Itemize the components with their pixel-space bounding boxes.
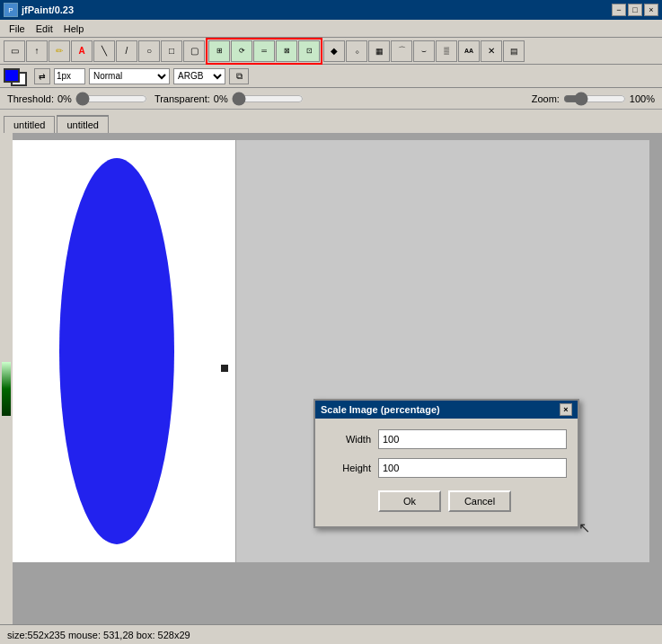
height-row: Height	[326, 458, 567, 478]
transparent-slider[interactable]	[232, 92, 304, 106]
zoom-group: Zoom: 100%	[532, 92, 655, 106]
blend-mode-select[interactable]: Normal Multiply Screen Overlay	[89, 68, 170, 84]
tool-rect-select[interactable]: ▭	[4, 40, 25, 62]
foreground-swatch[interactable]	[4, 68, 20, 83]
menu-file[interactable]: File	[4, 22, 31, 36]
main-canvas[interactable]	[13, 140, 235, 562]
color-strip	[2, 362, 11, 416]
menu-edit[interactable]: Edit	[31, 22, 58, 36]
blue-ellipse-shape	[59, 158, 174, 544]
dialog-title-text: Scale Image (percentage)	[321, 404, 440, 415]
tabs-bar: untitled untitled	[0, 110, 662, 133]
tool-h1[interactable]: ⊞	[208, 40, 230, 62]
copy-color-button[interactable]: ⧉	[229, 68, 249, 84]
height-label: Height	[326, 463, 371, 473]
transparent-label: Transparent:	[154, 93, 210, 104]
tool-h2[interactable]: ⟳	[231, 40, 252, 62]
tool-rectangle[interactable]: □	[161, 40, 182, 62]
tab-0[interactable]: untitled	[4, 116, 55, 133]
tool-dropper[interactable]: ⬦	[346, 40, 367, 62]
tab-1[interactable]: untitled	[57, 115, 108, 133]
threshold-label: Threshold:	[7, 93, 54, 104]
ok-button[interactable]: Ok	[378, 490, 441, 512]
brush-size-input[interactable]	[54, 68, 85, 84]
threshold-group: Threshold: 0%	[7, 92, 147, 106]
app-title: jfPaint/0.23	[22, 4, 74, 15]
tool-line2[interactable]: /	[116, 40, 137, 62]
secondary-toolbar: ⇄ Normal Multiply Screen Overlay ARGB RG…	[0, 65, 662, 88]
title-bar-left: P jfPaint/0.23	[4, 3, 74, 17]
threshold-value: 0%	[57, 93, 72, 104]
tool-eraser[interactable]: ▦	[368, 40, 390, 62]
threshold-slider[interactable]	[75, 92, 147, 106]
menu-bar: File Edit Help	[0, 20, 662, 38]
tool-ellipse[interactable]: ○	[138, 40, 160, 62]
main-toolbar: ▭ ↑ ✏ A ╲ / ○ □ ▢ ⊞ ⟳ ═ ⊠ ⊡ ◆ ⬦ ▦ ⌒ ⌣ ▒ …	[0, 38, 662, 65]
sliders-bar: Threshold: 0% Transparent: 0% Zoom: 100%	[0, 88, 662, 110]
swap-colors-button[interactable]: ⇄	[34, 68, 50, 84]
tool-h4[interactable]: ⊠	[276, 40, 297, 62]
title-bar: P jfPaint/0.23 − □ ×	[0, 0, 662, 20]
minimize-button[interactable]: −	[612, 4, 626, 16]
width-row: Width	[326, 429, 567, 449]
left-strip	[0, 133, 13, 644]
close-button[interactable]: ×	[644, 4, 658, 16]
dialog-close-button[interactable]: ×	[560, 403, 572, 416]
tool-h3[interactable]: ═	[253, 40, 275, 62]
color-swatches	[4, 66, 31, 86]
cancel-button[interactable]: Cancel	[448, 490, 511, 512]
color-mode-select[interactable]: ARGB RGB HSV	[173, 68, 225, 84]
tool-aa[interactable]: AA	[458, 40, 480, 62]
scale-image-dialog[interactable]: Scale Image (percentage) × Width Height …	[313, 399, 579, 528]
transparent-group: Transparent: 0%	[154, 92, 304, 106]
zoom-label: Zoom:	[532, 93, 560, 104]
tool-rounded-rect[interactable]: ▢	[183, 40, 205, 62]
menu-help[interactable]: Help	[58, 22, 90, 36]
tool-fill[interactable]: ◆	[323, 40, 345, 62]
transparent-value: 0%	[214, 93, 228, 104]
app-icon: P	[4, 3, 18, 17]
width-input[interactable]	[378, 429, 567, 449]
tool-pencil[interactable]: ✏	[49, 40, 70, 62]
tool-gradient[interactable]: ▒	[436, 40, 457, 62]
dialog-title-bar: Scale Image (percentage) ×	[315, 401, 578, 419]
zoom-value: 100%	[630, 93, 655, 104]
tool-curve2[interactable]: ⌣	[413, 40, 435, 62]
tool-text[interactable]: A	[71, 40, 93, 62]
tool-grid[interactable]: ▤	[503, 40, 525, 62]
width-label: Width	[326, 434, 371, 445]
tool-h5[interactable]: ⊡	[298, 40, 320, 62]
tool-move[interactable]: ↑	[26, 40, 48, 62]
tool-line[interactable]: ╲	[93, 40, 115, 62]
dialog-buttons: Ok Cancel	[326, 487, 567, 516]
status-bar: size:552x235 mouse: 531,28 box: 528x29	[0, 624, 662, 644]
highlighted-tools-group: ⊞ ⟳ ═ ⊠ ⊡	[206, 38, 322, 65]
maximize-button[interactable]: □	[628, 4, 642, 16]
resize-handle[interactable]	[221, 365, 228, 372]
tool-delete[interactable]: ✕	[481, 40, 502, 62]
dialog-body: Width Height Ok Cancel	[315, 419, 578, 526]
height-input[interactable]	[378, 458, 567, 478]
canvas-area: ↖ Scale Image (percentage) × Width Heigh…	[0, 133, 662, 644]
title-bar-controls: − □ ×	[612, 4, 658, 16]
tool-curve1[interactable]: ⌒	[391, 40, 412, 62]
status-text: size:552x235 mouse: 531,28 box: 528x29	[7, 630, 190, 640]
app-window: P jfPaint/0.23 − □ × File Edit Help ▭ ↑ …	[0, 0, 662, 644]
zoom-slider[interactable]	[563, 92, 626, 106]
